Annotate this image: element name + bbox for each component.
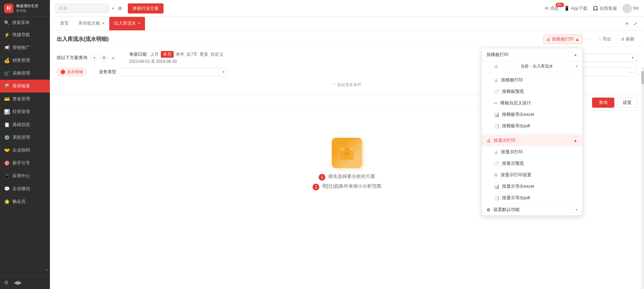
message-badge: 99+ bbox=[556, 3, 564, 7]
template-export-pdf-item[interactable]: 📑 按模板导出pdf bbox=[482, 120, 582, 132]
enterprise-icon: 🤝 bbox=[4, 148, 10, 153]
logo-name: 畅捷通好生意 bbox=[16, 3, 38, 8]
template-preview-item[interactable]: 📄 按模板预览 bbox=[482, 86, 582, 97]
tab-flow[interactable]: 出入库流水 × bbox=[109, 17, 145, 30]
expand-window-btn[interactable]: ⤢ bbox=[632, 21, 639, 26]
tab-home[interactable]: 首页 bbox=[55, 17, 74, 30]
online-service-btn[interactable]: 🎧 在线客服 bbox=[593, 5, 617, 11]
topbar-search-box[interactable]: 搜索... bbox=[55, 4, 109, 13]
export-label: 导出 bbox=[603, 36, 611, 42]
template-print-item[interactable]: 🖨 按模板打印 bbox=[482, 74, 582, 86]
tab-batch-account-close[interactable]: × bbox=[102, 21, 105, 26]
bill-type-arrow: ▾ bbox=[632, 55, 634, 60]
topbar-gear-icon[interactable]: ⚙ bbox=[118, 6, 122, 11]
template-export-pdf-label: 按模板导出pdf bbox=[502, 123, 530, 129]
empty-step-2: 2 用[过滤]条件来缩小分析范围 bbox=[313, 183, 381, 190]
date-tab-more[interactable]: 更多 bbox=[200, 51, 208, 57]
display-print-section-header[interactable]: 🖨 按显示打印 ▲ bbox=[482, 135, 582, 146]
tab-flow-close[interactable]: × bbox=[138, 21, 140, 26]
filter-tag-item[interactable]: 🔴 流水明细 bbox=[57, 68, 87, 76]
app-icon: 📱 bbox=[564, 6, 569, 11]
svg-rect-4 bbox=[345, 152, 349, 155]
sidebar-settings-icon[interactable]: ⚙ bbox=[4, 280, 8, 286]
username: Rit bbox=[633, 6, 639, 11]
tab-home-label: 首页 bbox=[60, 20, 69, 26]
display-export-pdf-icon: 📑 bbox=[494, 195, 499, 201]
display-print-icon: 🖨 bbox=[487, 138, 491, 143]
display-print-settings-item[interactable]: ⚙ 按显示打印设置 bbox=[482, 169, 582, 181]
sidebar-item-apps[interactable]: 📱 应用中心 bbox=[0, 169, 50, 182]
user-avatar-area[interactable]: Rit bbox=[622, 4, 639, 13]
settings-btn[interactable]: 设置 bbox=[617, 98, 637, 108]
display-export-pdf-item[interactable]: 📑 按显示导出pdf bbox=[482, 192, 582, 204]
print-template-btn[interactable]: 🖨 按模板打印 ▲ bbox=[543, 34, 583, 44]
topbar-search-text: 搜索... bbox=[59, 6, 70, 10]
display-section-chevron: ▲ bbox=[574, 138, 578, 143]
template-customize-item[interactable]: ✏ 模板自定义设计 bbox=[482, 97, 582, 109]
biz-type-group: 业务类型 ▾ bbox=[99, 68, 228, 76]
sidebar-item-operations[interactable]: 📊 经营管理 bbox=[0, 105, 50, 118]
display-export-excel-item[interactable]: 📊 按显示导出excel bbox=[482, 181, 582, 192]
sidebar-item-enterprise[interactable]: 🤝 企业协同 bbox=[0, 144, 50, 157]
sidebar-item-inventory[interactable]: 📦 库存核算 bbox=[0, 80, 50, 93]
sidebar-item-member[interactable]: ⭐ 畅会员 bbox=[0, 195, 50, 208]
refresh-btn[interactable]: ↺ 刷新 bbox=[618, 35, 637, 44]
topbar-left: 搜索... ▾ ⚙ 体验行业方案 bbox=[55, 3, 545, 14]
sidebar-search[interactable]: 🔍 搜索菜单 bbox=[0, 17, 50, 28]
sidebar: 好 畅捷通好生意 标准版 🔍 搜索菜单 ⚡ 快捷导航 📢 营销推广 💰 销售管理… bbox=[0, 0, 50, 289]
logo-icon: 好 bbox=[4, 4, 13, 13]
divider1 bbox=[482, 72, 582, 72]
set-default-item[interactable]: ⚙ 设置默认功能 ▾ bbox=[482, 204, 582, 215]
warehouse-more-icon[interactable]: ··· bbox=[630, 69, 634, 75]
filter-add-btn[interactable]: + bbox=[91, 54, 98, 61]
template-print-section: 🖨 按模板打印 📄 按模板预览 ✏ 模板自定义设计 bbox=[482, 73, 582, 133]
biz-type-select[interactable]: ▾ bbox=[120, 68, 228, 76]
query-btn[interactable]: 查询 bbox=[592, 98, 614, 108]
date-tab-last-month[interactable]: 上月 bbox=[150, 51, 159, 57]
sidebar-item-finance[interactable]: 💳 资金管理 bbox=[0, 93, 50, 105]
right-scrollbar[interactable] bbox=[641, 68, 644, 289]
purchase-icon: 🛒 bbox=[4, 71, 10, 76]
filter-collapse-arrow[interactable]: « bbox=[110, 54, 117, 61]
avatar bbox=[622, 4, 632, 13]
topbar-dropdown-arrow[interactable]: ▾ bbox=[112, 6, 114, 11]
display-preview-label: 按显示预览 bbox=[502, 160, 524, 166]
more-options-dots[interactable]: ··· bbox=[587, 37, 592, 42]
print-dropdown-chevron[interactable]: ▲ bbox=[574, 52, 578, 57]
empty-state-icon bbox=[332, 138, 362, 168]
sidebar-item-sales[interactable]: 💰 销售管理 bbox=[0, 54, 50, 67]
date-tab-this-year[interactable]: 本年 bbox=[176, 51, 184, 57]
template-export-pdf-icon: 📑 bbox=[494, 124, 499, 129]
filter-settings-btn[interactable]: ⚙ bbox=[100, 54, 108, 61]
sidebar-item-system[interactable]: ⚙️ 系统管理 bbox=[0, 131, 50, 144]
sidebar-item-quick-nav-label: 快捷导航 bbox=[12, 32, 30, 38]
template-export-excel-item[interactable]: 📊 按模板导出excel bbox=[482, 109, 582, 120]
export-btn[interactable]: ↑ 导出 bbox=[596, 35, 614, 44]
sidebar-item-basic[interactable]: 📋 基础信息 bbox=[0, 118, 50, 131]
date-tab-custom[interactable]: 自定义 bbox=[210, 51, 224, 57]
sidebar-item-guide-label: 新手引导 bbox=[12, 160, 30, 166]
print-dropdown-title: 按模板打印 bbox=[487, 52, 508, 58]
message-btn[interactable]: ✉ 消息 99+ bbox=[545, 5, 559, 11]
date-tab-this-month[interactable]: 本月 bbox=[161, 51, 174, 58]
sidebar-item-guide[interactable]: 🎯 新手引导 bbox=[0, 157, 50, 169]
template-customize-icon: ✏ bbox=[494, 101, 498, 106]
close-window-btn[interactable]: × bbox=[624, 21, 630, 27]
system-icon: ⚙️ bbox=[4, 135, 10, 140]
date-tab-7days[interactable]: 近7天 bbox=[186, 51, 198, 57]
step-2-num: 2 bbox=[313, 184, 319, 190]
sidebar-item-purchase[interactable]: 🛒 采购管理 bbox=[0, 67, 50, 80]
sidebar-item-wechat[interactable]: 💬 企业微信 bbox=[0, 182, 50, 195]
sidebar-item-marketing[interactable]: 📢 营销推广 bbox=[0, 41, 50, 54]
app-download-btn[interactable]: 📱 App下载 bbox=[564, 5, 587, 11]
main-content: 搜索... ▾ ⚙ 体验行业方案 ✉ 消息 99+ 📱 App下载 🎧 在线客服 bbox=[50, 0, 644, 289]
sidebar-menu-icon[interactable]: ◀▶ bbox=[14, 280, 22, 286]
industry-btn[interactable]: 体验行业方案 bbox=[128, 3, 164, 14]
wechat-icon: 💬 bbox=[4, 186, 10, 191]
tab-batch-account[interactable]: 库存批次账 × bbox=[74, 17, 109, 30]
display-print-item[interactable]: 🖨 按显示打印 bbox=[482, 146, 582, 158]
date-range: 2023-06-01 至 2023-06-30 bbox=[129, 59, 224, 64]
sidebar-item-quick-nav[interactable]: ⚡ 快捷导航 bbox=[0, 28, 50, 41]
display-preview-item[interactable]: 📄 按显示预览 bbox=[482, 158, 582, 169]
sidebar-item-purchase-label: 采购管理 bbox=[12, 70, 30, 76]
